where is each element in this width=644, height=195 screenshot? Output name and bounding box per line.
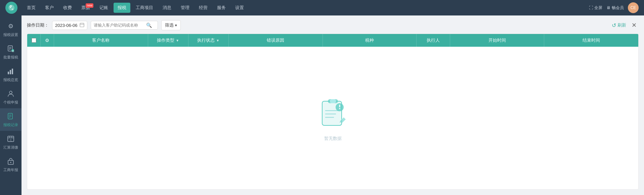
th-operation-type[interactable]: 操作类型 ▼ (148, 34, 188, 47)
search-box[interactable]: 🔍 (91, 21, 158, 30)
nav-client[interactable]: 客户 (41, 3, 58, 13)
sidebar-label-tax-records: 报税记录 (3, 122, 18, 127)
sidebar-item-tax-settings[interactable]: ⚙ 报税设置 (0, 18, 22, 41)
nav-manage[interactable]: 管理 (177, 3, 194, 13)
refresh-label: 刷新 (617, 22, 626, 28)
nav-service[interactable]: 服务 (213, 3, 230, 13)
table-header: ⚙ 客户名称 操作类型 ▼ 执行状态 ▼ 错误原因 税种 (27, 34, 638, 47)
nav-settings[interactable]: 设置 (231, 3, 248, 13)
user-avatar[interactable]: CE (628, 2, 639, 13)
sidebar-item-tax-overview[interactable]: 报税总览 (0, 63, 22, 86)
annual-settlement-icon: 汇 (6, 134, 15, 144)
sidebar-label-business-annual: 工商年报 (3, 167, 18, 172)
th-exec-status[interactable]: 执行状态 ▼ (188, 34, 229, 47)
sidebar-item-tax-records[interactable]: 报税记录 (0, 108, 22, 131)
svg-rect-33 (339, 105, 340, 107)
table-body: 暂无数据 (27, 47, 638, 189)
operation-date-label: 操作日期： (27, 22, 49, 28)
th-start-time: 开始时间 (450, 34, 544, 47)
filter-icon-exec-status: ▼ (216, 39, 219, 42)
th-executor: 执行人 (417, 34, 450, 47)
svg-point-34 (339, 108, 340, 109)
member-button[interactable]: 🖥 畅会员 (606, 5, 624, 11)
svg-rect-8 (12, 69, 13, 74)
sidebar-item-individual-tax[interactable]: 个税申报 (0, 86, 22, 108)
monitor-icon: 🖥 (606, 5, 610, 10)
business-annual-icon (6, 157, 15, 166)
svg-text:汇: 汇 (10, 139, 12, 141)
calendar-icon (80, 23, 84, 28)
nav-operation[interactable]: 经营 (195, 3, 212, 13)
date-value: 2023-06-06 (55, 23, 78, 28)
search-icon: 🔍 (146, 23, 152, 28)
toolbar: 操作日期： 2023-06-06 🔍 筛选 ▾ (22, 15, 644, 34)
svg-rect-28 (330, 99, 336, 103)
filter-button[interactable]: 筛选 ▾ (161, 20, 181, 30)
th-settings: ⚙ (41, 34, 54, 47)
empty-text: 暂无数据 (324, 135, 342, 142)
table-container: ⚙ 客户名称 操作类型 ▼ 执行状态 ▼ 错误原因 税种 (27, 34, 639, 190)
nav-message[interactable]: 消息 (159, 3, 175, 13)
sidebar-label-tax-overview: 报税总览 (3, 77, 18, 82)
svg-rect-6 (8, 72, 9, 74)
fullscreen-button[interactable]: ⛶ 全屏 (589, 5, 602, 11)
sidebar-item-annual-settlement[interactable]: 汇 汇算清缴 (0, 131, 22, 153)
main-nav: 首页 客户 收费 票据 new 记账 报税 工商项目 消息 管理 经营 服务 设… (23, 3, 589, 13)
nav-invoice[interactable]: 票据 new (77, 3, 94, 13)
nav-tax[interactable]: 报税 (114, 3, 130, 13)
search-input[interactable] (94, 23, 144, 28)
nav-bookkeeping[interactable]: 记账 (95, 3, 112, 13)
th-error-reason: 错误原因 (229, 34, 323, 47)
new-badge: new (86, 3, 93, 8)
top-navigation: 首页 客户 收费 票据 new 记账 报税 工商项目 消息 管理 经营 服务 设… (0, 0, 644, 15)
sidebar-item-batch-tax[interactable]: 批 批量报税 (0, 41, 22, 63)
individual-tax-icon (6, 89, 15, 99)
fullscreen-label: 全屏 (594, 5, 602, 11)
main-layout: ⚙ 报税设置 批 批量报税 (0, 15, 644, 195)
tax-settings-icon: ⚙ (6, 22, 15, 31)
date-picker[interactable]: 2023-06-06 (52, 21, 87, 30)
sidebar-label-batch-tax: 批量报税 (3, 55, 18, 60)
nav-business[interactable]: 工商项目 (132, 3, 157, 13)
select-all-checkbox[interactable] (32, 38, 36, 43)
th-tax-type: 税种 (323, 34, 417, 47)
th-client-name: 客户名称 (54, 34, 148, 47)
batch-tax-icon: 批 (6, 44, 15, 53)
th-checkbox[interactable] (27, 34, 41, 47)
th-end-time: 结束时间 (544, 34, 638, 47)
refresh-icon: ↺ (612, 22, 616, 29)
nav-fees[interactable]: 收费 (59, 3, 76, 13)
svg-point-9 (9, 91, 12, 94)
chevron-down-icon: ▾ (175, 23, 177, 28)
close-button[interactable]: ✕ (630, 21, 639, 30)
refresh-button[interactable]: ↺ 刷新 (612, 22, 626, 29)
app-logo[interactable] (5, 2, 17, 14)
top-right-actions: ⛶ 全屏 🖥 畅会员 CE (589, 2, 639, 13)
svg-rect-7 (10, 70, 11, 74)
sidebar-label-tax-settings: 报税设置 (3, 32, 18, 37)
sidebar-item-business-annual[interactable]: 工商年报 (0, 153, 22, 176)
tax-overview-icon (6, 67, 15, 76)
fullscreen-icon: ⛶ (589, 5, 593, 10)
tax-records-icon (6, 112, 15, 121)
sidebar-label-individual-tax: 个税申报 (3, 100, 18, 105)
member-label: 畅会员 (612, 5, 624, 11)
filter-label: 筛选 (165, 22, 174, 28)
svg-text:批: 批 (12, 50, 14, 52)
filter-icon-operation-type: ▼ (176, 39, 179, 42)
sidebar-label-annual-settlement: 汇算清缴 (3, 145, 18, 150)
left-sidebar: ⚙ 报税设置 批 批量报税 (0, 15, 22, 195)
nav-home[interactable]: 首页 (23, 3, 40, 13)
empty-illustration (316, 94, 350, 131)
svg-rect-22 (80, 23, 84, 27)
gear-icon: ⚙ (45, 38, 49, 43)
main-content: 操作日期： 2023-06-06 🔍 筛选 ▾ (22, 15, 644, 195)
empty-state: 暂无数据 (303, 81, 363, 155)
